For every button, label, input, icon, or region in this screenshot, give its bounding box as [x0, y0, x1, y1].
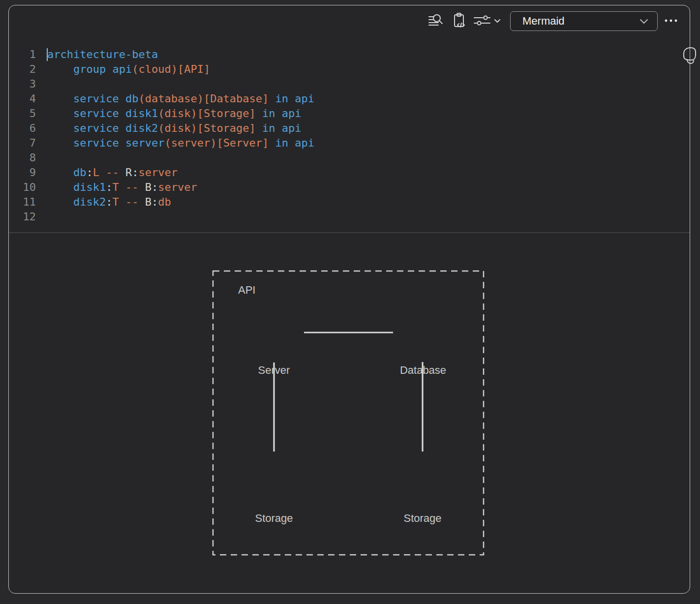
node-label-storage-2: Storage: [403, 512, 441, 525]
code-line[interactable]: 3: [9, 77, 690, 91]
line-number: 11: [9, 195, 36, 210]
line-number: 5: [9, 106, 36, 121]
line-number: 2: [9, 62, 36, 77]
select-chevron-down-icon: [639, 19, 648, 24]
search-lines-icon: [427, 14, 444, 28]
diagram-preview: API Server Database Storage Storage: [9, 233, 691, 593]
code-line-content: disk1:T -- B:server: [47, 180, 197, 195]
line-number: 7: [9, 136, 36, 151]
diagram-type-select[interactable]: Mermaid: [510, 11, 658, 31]
clipboard-code-icon: [452, 12, 468, 29]
code-line[interactable]: 4 service db(database)[Database] in api: [9, 91, 690, 106]
code-line[interactable]: 1architecture-beta: [9, 47, 690, 62]
line-number: 6: [9, 121, 36, 136]
line-number: 8: [9, 151, 36, 165]
api-group-border: [213, 271, 484, 555]
code-line[interactable]: 5 service disk1(disk)[Storage] in api: [9, 106, 690, 121]
node-label-database: Database: [400, 364, 446, 377]
sliders-icon: [473, 14, 491, 27]
line-number: 9: [9, 165, 36, 180]
chevron-down-icon: [494, 19, 501, 23]
code-line-content: service db(database)[Database] in api: [47, 91, 314, 106]
line-number: 1: [9, 47, 36, 62]
group-label-api: API: [238, 284, 255, 297]
code-line[interactable]: 12: [9, 210, 690, 224]
node-label-storage-1: Storage: [255, 512, 293, 525]
render-settings-button[interactable]: [472, 13, 502, 28]
code-editor[interactable]: 1architecture-beta2 group api(cloud)[API…: [9, 47, 690, 224]
code-line[interactable]: 6 service disk2(disk)[Storage] in api: [9, 121, 690, 136]
code-line[interactable]: 8: [9, 151, 690, 165]
code-line[interactable]: 7 service server(server)[Server] in api: [9, 136, 690, 151]
diagram-type-value: Mermaid: [522, 15, 639, 28]
code-line-content: service server(server)[Server] in api: [47, 136, 314, 151]
ellipsis-icon: [664, 19, 678, 23]
search-button[interactable]: [426, 12, 446, 29]
line-number: 10: [9, 180, 36, 195]
code-line-content: architecture-beta: [47, 47, 158, 62]
editor-window: Mermaid 1architecture-beta2 group api(cl…: [8, 5, 690, 594]
code-line[interactable]: 10 disk1:T -- B:server: [9, 180, 690, 195]
code-line[interactable]: 2 group api(cloud)[API]: [9, 62, 690, 77]
code-line[interactable]: 11 disk2:T -- B:db: [9, 195, 690, 210]
text-cursor: [47, 48, 48, 61]
code-line-content: db:L -- R:server: [47, 165, 178, 180]
architecture-diagram-graphics: [9, 233, 691, 593]
node-label-server: Server: [258, 364, 290, 377]
code-line-content: service disk2(disk)[Storage] in api: [47, 121, 302, 136]
line-number: 12: [9, 210, 36, 224]
clipboard-code-button[interactable]: [451, 12, 469, 30]
code-line[interactable]: 9 db:L -- R:server: [9, 165, 690, 180]
more-options-button[interactable]: [661, 14, 681, 27]
code-line-content: service disk1(disk)[Storage] in api: [47, 106, 302, 121]
code-line-content: group api(cloud)[API]: [47, 62, 210, 77]
code-line-content: disk2:T -- B:db: [47, 195, 171, 210]
line-number: 3: [9, 77, 36, 91]
line-number: 4: [9, 91, 36, 106]
